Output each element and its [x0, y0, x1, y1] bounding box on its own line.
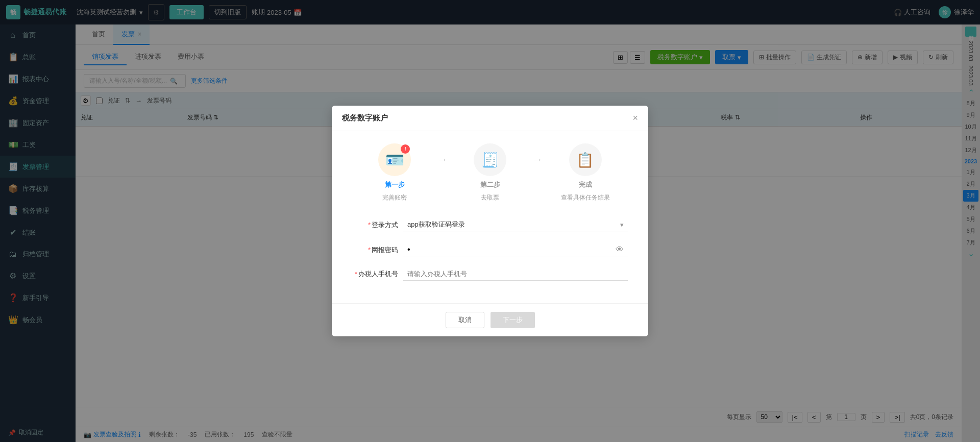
step-1-badge: !: [401, 144, 410, 154]
select-chevron-icon: ▾: [620, 221, 624, 229]
password-field: 👁: [403, 242, 628, 257]
cancel-button[interactable]: 取消: [446, 312, 484, 328]
password-input[interactable]: [407, 245, 616, 254]
login-method-row: 登录方式 app获取验证码登录 ▾: [352, 217, 628, 232]
step-1-icon: 🪪 !: [378, 143, 411, 176]
modal-body: 🪪 ! 第一步 完善账密 → 🧾 第二步 去取票 →: [332, 131, 648, 303]
next-step-button[interactable]: 下一步: [491, 312, 535, 328]
phone-input[interactable]: [403, 267, 628, 281]
modal-footer: 取消 下一步: [332, 303, 648, 336]
step-3-title: 完成: [579, 180, 592, 189]
step-arrow-2: →: [532, 143, 543, 165]
step-3-icon: 📋: [569, 143, 602, 176]
step-2-title: 第二步: [480, 180, 500, 189]
modal-close-button[interactable]: ×: [632, 113, 638, 124]
modal-title: 税务数字账户: [342, 113, 388, 123]
step-3-desc: 查看具体任务结果: [561, 193, 610, 202]
tax-digital-modal: 税务数字账户 × 🪪 ! 第一步 完善账密 →: [332, 106, 648, 336]
step-2: 🧾 第二步 去取票: [448, 143, 533, 202]
eye-icon[interactable]: 👁: [616, 245, 624, 254]
password-label: 网报密码: [352, 245, 398, 255]
step-2-icon: 🧾: [474, 143, 506, 176]
step-3: 📋 完成 查看具体任务结果: [543, 143, 628, 202]
phone-label: 办税人手机号: [352, 269, 398, 279]
login-method-value: app获取验证码登录: [407, 220, 465, 229]
password-row: 网报密码 👁: [352, 242, 628, 257]
phone-row: 办税人手机号: [352, 267, 628, 281]
step-2-desc: 去取票: [481, 193, 499, 202]
modal-overlay: 税务数字账户 × 🪪 ! 第一步 完善账密 →: [0, 0, 980, 442]
step-1-title: 第一步: [385, 180, 405, 189]
step-arrow-1: →: [437, 143, 448, 165]
step-1: 🪪 ! 第一步 完善账密: [352, 143, 437, 202]
modal-header: 税务数字账户 ×: [332, 106, 648, 131]
step-1-desc: 完善账密: [382, 193, 407, 202]
login-method-select[interactable]: app获取验证码登录 ▾: [403, 217, 628, 232]
steps-area: 🪪 ! 第一步 完善账密 → 🧾 第二步 去取票 →: [352, 143, 628, 202]
login-method-label: 登录方式: [352, 220, 398, 230]
